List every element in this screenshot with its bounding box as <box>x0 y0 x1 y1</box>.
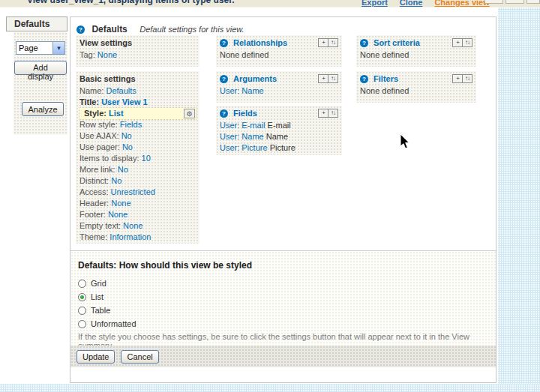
rearrange-fields-button[interactable]: ↑↓ <box>328 109 338 118</box>
item-suffix: Name <box>264 132 288 141</box>
help-icon[interactable]: ? <box>360 39 368 47</box>
chevron-down-icon[interactable]: ▾ <box>52 42 64 54</box>
fields-box: ? Fields + ↑↓ User: E-mail E-mailUser: N… <box>216 106 342 155</box>
arguments-box: ? Arguments + ↑↓ User: Name <box>216 71 342 103</box>
item-suffix: Picture <box>268 143 296 152</box>
arguments-title: Arguments <box>233 74 277 83</box>
browser-chrome-tab <box>484 0 503 4</box>
item-link[interactable]: User: Picture <box>220 143 268 152</box>
view-editor: ? Defaults Default settings for this vie… <box>70 16 496 383</box>
setting-label: Use AJAX: <box>80 131 122 140</box>
setting-row: Access: Unrestricted <box>80 187 196 198</box>
page-background-bottom <box>0 384 540 392</box>
rearrange-sorts-button[interactable]: ↑↓ <box>462 38 472 47</box>
setting-value-link[interactable]: None <box>123 221 142 230</box>
setting-value-link[interactable]: None <box>108 210 128 219</box>
setting-value-link[interactable]: No <box>118 165 128 174</box>
topbar-link-changes-view[interactable]: Changes view <box>434 0 489 7</box>
setting-row: More link: No <box>80 164 196 175</box>
item-row: User: Name <box>220 85 338 97</box>
setting-value-link[interactable]: Information <box>110 232 151 241</box>
setting-value-link[interactable]: No <box>122 142 133 151</box>
tab-defaults[interactable]: Defaults <box>6 16 68 31</box>
style-option-unformatted[interactable]: Unformatted <box>78 317 136 331</box>
help-icon[interactable]: ? <box>220 75 228 83</box>
item-link[interactable]: User: E-mail <box>220 121 266 130</box>
item-row: User: E-mail E-mail <box>220 120 338 131</box>
item-row: User: Picture Picture <box>220 142 338 154</box>
radio-label: Grid <box>91 279 106 288</box>
item-link[interactable]: User: Name <box>220 132 264 141</box>
view-title: View user_view_1, displaying items of ty… <box>27 0 235 5</box>
help-icon[interactable]: ? <box>360 75 368 83</box>
setting-label: Title: <box>80 97 101 106</box>
radio-unselected-icon[interactable] <box>78 320 86 328</box>
view-settings-title: View settings <box>80 38 132 47</box>
radio-unselected-icon[interactable] <box>78 307 86 315</box>
radio-unselected-icon[interactable] <box>78 280 86 288</box>
item-link[interactable]: User: Name <box>220 86 264 95</box>
setting-value-link[interactable]: Unrestricted <box>111 187 155 196</box>
basic-settings-box: Basic settings Name: DefaultsTitle: User… <box>76 71 200 244</box>
rearrange-relationships-button[interactable]: ↑↓ <box>328 38 338 47</box>
setting-row: Row style: Fields <box>80 119 196 130</box>
add-filter-button[interactable]: + <box>452 74 463 83</box>
setting-value-link[interactable]: No <box>111 176 122 185</box>
add-display-button[interactable]: Add display <box>14 61 67 75</box>
help-icon[interactable]: ? <box>76 25 85 34</box>
analyze-button[interactable]: Analyze <box>22 102 64 116</box>
setting-label: Name: <box>80 86 106 95</box>
style-option-table[interactable]: Table <box>78 304 136 317</box>
display-type-select[interactable]: Page ▾ <box>16 41 65 55</box>
add-argument-button[interactable]: + <box>318 74 328 83</box>
relationships-title: Relationships <box>233 38 287 47</box>
style-settings-gear-icon[interactable]: ⚙ <box>184 109 195 118</box>
setting-value-link[interactable]: Fields <box>120 120 142 129</box>
setting-label: Footer: <box>80 210 108 219</box>
topbar-link-export[interactable]: Export <box>362 0 388 7</box>
add-relationship-button[interactable]: + <box>318 38 328 47</box>
browser-chrome-tab <box>506 0 524 4</box>
help-icon[interactable]: ? <box>220 39 228 47</box>
setting-label: Row style: <box>80 120 120 129</box>
setting-value-link[interactable]: User View 1 <box>101 97 148 106</box>
setting-row: Footer: None <box>80 209 196 220</box>
radio-selected-icon[interactable] <box>78 293 86 301</box>
relationships-empty: None defined <box>220 49 338 61</box>
sort-criteria-box: ? Sort criteria + ↑↓ None defined <box>356 35 476 67</box>
style-option-grid[interactable]: Grid <box>78 277 136 290</box>
setting-row: Tag: None <box>80 49 196 61</box>
sort-criteria-empty: None defined <box>360 49 472 61</box>
style-settings-form: Defaults: How should this view be styled… <box>70 250 496 367</box>
setting-row: Style: List⚙ <box>80 108 196 119</box>
setting-label: Distinct: <box>80 176 111 185</box>
add-sort-button[interactable]: + <box>452 38 463 47</box>
setting-value-link[interactable]: Defaults <box>106 86 136 95</box>
browser-chrome-tab <box>526 0 540 4</box>
rearrange-filters-button[interactable]: ↑↓ <box>462 74 472 83</box>
setting-value-link[interactable]: None <box>111 199 130 208</box>
setting-value-link[interactable]: List <box>109 109 124 118</box>
view-settings-rows: Tag: None <box>80 49 196 61</box>
update-button[interactable]: Update <box>76 350 115 364</box>
setting-row: Use AJAX: No <box>80 130 196 142</box>
rearrange-arguments-button[interactable]: ↑↓ <box>328 74 338 83</box>
setting-label: Items to display: <box>80 154 142 163</box>
editor-header: ? Defaults Default settings for this vie… <box>76 22 244 35</box>
setting-label: More link: <box>80 165 118 174</box>
topbar-link-clone[interactable]: Clone <box>400 0 423 7</box>
page-title: Defaults <box>92 24 127 34</box>
setting-value-link[interactable]: None <box>98 50 117 59</box>
top-bar: View user_view_1, displaying items of ty… <box>0 0 540 7</box>
setting-row: Name: Defaults <box>80 85 196 97</box>
setting-value-link[interactable]: 10 <box>142 154 151 163</box>
setting-label: Header: <box>80 199 111 208</box>
add-field-button[interactable]: + <box>318 109 328 118</box>
setting-value-link[interactable]: No <box>122 131 132 140</box>
style-option-list[interactable]: List <box>78 290 136 304</box>
cancel-button[interactable]: Cancel <box>121 350 158 364</box>
setting-row: Header: None <box>80 198 196 209</box>
help-icon[interactable]: ? <box>220 109 228 118</box>
filters-box: ? Filters + ↑↓ None defined <box>356 71 476 103</box>
setting-row: Distinct: No <box>80 175 196 187</box>
